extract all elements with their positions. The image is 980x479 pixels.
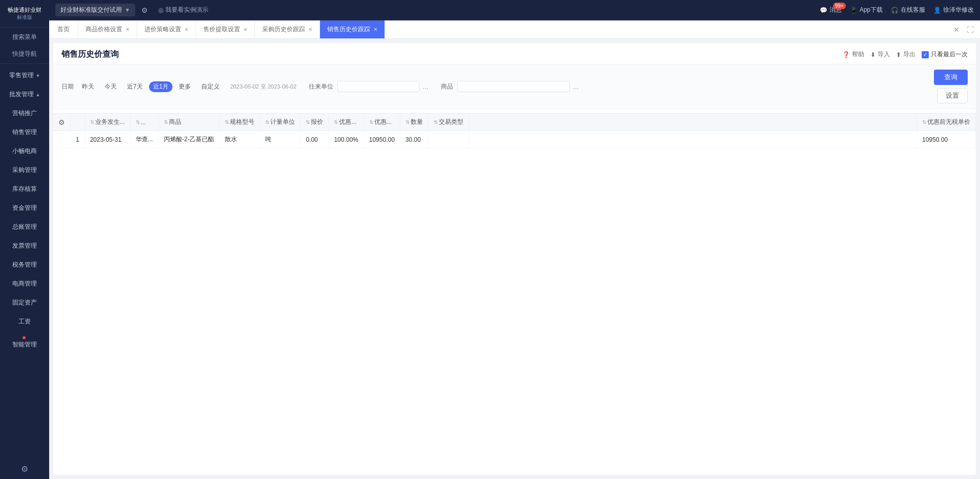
- from-unit-label: 往来单位: [309, 82, 333, 91]
- app-logo: 畅捷通好业财 标准版: [0, 0, 49, 28]
- demo-circle-icon: ◎: [158, 7, 163, 14]
- sidebar-item-general-ledger[interactable]: 总账管理: [0, 217, 49, 236]
- sidebar-item-fixed-assets[interactable]: 固定资产: [0, 293, 49, 312]
- export-button[interactable]: ⬆ 导出: [896, 50, 915, 59]
- filter-action-buttons: 查询 设置: [934, 70, 968, 103]
- topbar: 好业财标准版交付试用 ▼ ⚙ ◎ 我要看实例演示 💬 消息 99+ 📱 App下…: [49, 0, 980, 20]
- col-price-header[interactable]: ⇅ 报价: [301, 114, 329, 131]
- tab-purchase-history[interactable]: 采购历史价跟踪 ✕: [255, 20, 320, 39]
- app-download-label: App下载: [860, 6, 883, 14]
- topbar-gear-icon[interactable]: ⚙: [139, 4, 150, 16]
- product-filter-group: 商品 ...: [441, 81, 579, 92]
- online-service-button[interactable]: 🎧 在线客服: [891, 6, 925, 14]
- col-extra-header[interactable]: ⇅ ...: [130, 114, 158, 131]
- sidebar-item-invoice[interactable]: 发票管理: [0, 236, 49, 255]
- chevron-up-icon: ▲: [36, 92, 40, 97]
- sidebar-item-sales[interactable]: 销售管理: [0, 123, 49, 142]
- col-discount2-header[interactable]: ⇅ 优惠...: [364, 114, 400, 131]
- product-input-group: ...: [457, 81, 579, 92]
- date-btn-yesterday[interactable]: 昨天: [78, 81, 98, 92]
- main-area: 好业财标准版交付试用 ▼ ⚙ ◎ 我要看实例演示 💬 消息 99+ 📱 App下…: [49, 0, 980, 479]
- col-discount1-sort-icon: ⇅: [334, 119, 338, 125]
- sidebar-item-search[interactable]: 搜索菜单: [0, 28, 49, 47]
- col-trade-type-sort-icon: ⇅: [434, 119, 438, 125]
- sidebar-item-marketing[interactable]: 营销推广: [0, 104, 49, 123]
- message-button[interactable]: 💬 消息 99+: [820, 6, 842, 14]
- tab-close-product-price[interactable]: ✕: [125, 27, 130, 32]
- col-biz-date-sort-icon: ⇅: [90, 119, 94, 125]
- col-quantity-sort-icon: ⇅: [406, 119, 410, 125]
- date-btn-more[interactable]: 更多: [175, 81, 195, 92]
- sidebar-item-tax[interactable]: 税务管理: [0, 255, 49, 274]
- from-unit-input[interactable]: [337, 81, 419, 92]
- import-button[interactable]: ⬇ 导入: [870, 50, 890, 59]
- tab-home[interactable]: 首页: [49, 20, 78, 39]
- tab-close-purchase-strategy[interactable]: ✕: [184, 27, 188, 32]
- col-product-header[interactable]: ⇅ 商品: [158, 114, 220, 131]
- sidebar-item-finance[interactable]: 资金管理: [0, 199, 49, 217]
- date-range-display: 2023-05-02 至 2023-06-02: [230, 83, 296, 91]
- chevron-down-icon: ▼: [36, 73, 40, 78]
- column-gear-icon[interactable]: ⚙: [58, 118, 65, 126]
- user-profile-button[interactable]: 👤 徐泽华修改: [933, 6, 974, 14]
- import-label: 导入: [878, 50, 890, 59]
- sidebar-item-retail[interactable]: 零售管理 ▼: [0, 66, 49, 85]
- col-discount1-header[interactable]: ⇅ 优惠...: [329, 114, 364, 131]
- message-icon: 💬: [820, 7, 827, 14]
- workspace-selector[interactable]: 好业财标准版交付试用 ▼: [55, 4, 135, 16]
- tab-sale-extract[interactable]: 售价提取设置 ✕: [196, 20, 255, 39]
- filter-settings-button[interactable]: 设置: [937, 88, 968, 103]
- help-label: 帮助: [852, 50, 864, 59]
- tab-sale-extract-label: 售价提取设置: [203, 25, 240, 34]
- product-input[interactable]: [457, 81, 570, 92]
- col-pretax-price-label: 优惠前无税单价: [927, 118, 970, 126]
- last-only-label: 只看最后一次: [931, 50, 968, 59]
- from-unit-dots-button[interactable]: ...: [422, 82, 429, 91]
- tab-purchase-strategy[interactable]: 进价策略设置 ✕: [137, 20, 196, 39]
- tab-purchase-history-label: 采购历史价跟踪: [262, 25, 305, 34]
- last-only-checkbox[interactable]: ✓ 只看最后一次: [922, 50, 968, 59]
- checkbox-box: ✓: [922, 51, 929, 58]
- date-btn-7days[interactable]: 近7天: [123, 81, 147, 92]
- col-spec-header[interactable]: ⇅ 规格型号: [220, 114, 260, 131]
- tab-close-sale-extract[interactable]: ✕: [243, 27, 247, 32]
- sidebar-item-ecommerce[interactable]: 电商管理: [0, 274, 49, 293]
- import-icon: ⬇: [870, 51, 876, 58]
- date-btn-1month[interactable]: 近1月: [149, 81, 173, 92]
- col-pretax-price-header[interactable]: ⇅ 优惠前无税单价: [917, 114, 976, 131]
- sidebar-item-smart[interactable]: 智能管理: [0, 331, 49, 354]
- sidebar-item-wholesale-label: 批发管理: [9, 90, 34, 99]
- tab-product-price[interactable]: 商品价格设置 ✕: [78, 20, 137, 39]
- sidebar-item-salary[interactable]: 工资: [0, 312, 49, 331]
- sidebar-item-purchase[interactable]: 采购管理: [0, 161, 49, 180]
- date-btn-today[interactable]: 今天: [100, 81, 121, 92]
- tab-sale-history[interactable]: 销售历史价跟踪 ✕: [320, 20, 385, 39]
- demo-button[interactable]: ◎ 我要看实例演示: [158, 6, 208, 14]
- col-biz-date-label: 业务发生...: [95, 118, 125, 126]
- tab-close-sale-history[interactable]: ✕: [373, 27, 377, 32]
- row-biz-date-cell: 2023-05-31: [84, 131, 130, 148]
- col-quantity-header[interactable]: ⇅ 数量: [400, 114, 428, 131]
- sidebar-item-quick-nav[interactable]: 快捷导航: [0, 47, 49, 61]
- col-product-sort-icon: ⇅: [164, 119, 168, 125]
- product-dots-button[interactable]: ...: [573, 82, 579, 91]
- window-maximize-icon[interactable]: ⛶: [965, 24, 976, 36]
- help-button[interactable]: ❓ 帮助: [842, 50, 864, 59]
- col-spec-label: 规格型号: [230, 118, 254, 126]
- window-close-icon[interactable]: ✕: [951, 24, 962, 36]
- col-gear-header[interactable]: ⚙: [53, 114, 71, 131]
- sidebar-item-ecommerce-small[interactable]: 小畅电商: [0, 142, 49, 161]
- query-button[interactable]: 查询: [934, 70, 968, 85]
- sidebar-item-inventory[interactable]: 库存核算: [0, 180, 49, 199]
- app-download-button[interactable]: 📱 App下载: [850, 6, 883, 14]
- from-unit-filter-group: 往来单位 ...: [309, 81, 429, 92]
- sidebar-settings-button[interactable]: ⚙: [0, 459, 49, 479]
- col-biz-date-header[interactable]: ⇅ 业务发生...: [84, 114, 130, 131]
- tab-home-label: 首页: [57, 25, 70, 34]
- tab-close-purchase-history[interactable]: ✕: [308, 27, 312, 32]
- col-trade-type-header[interactable]: ⇅ 交易类型: [428, 114, 468, 131]
- date-btn-custom[interactable]: 自定义: [197, 81, 224, 92]
- col-unit-header[interactable]: ⇅ 计量单位: [260, 114, 301, 131]
- row-quantity-cell: 30.00: [400, 131, 428, 148]
- sidebar-item-wholesale[interactable]: 批发管理 ▲: [0, 85, 49, 104]
